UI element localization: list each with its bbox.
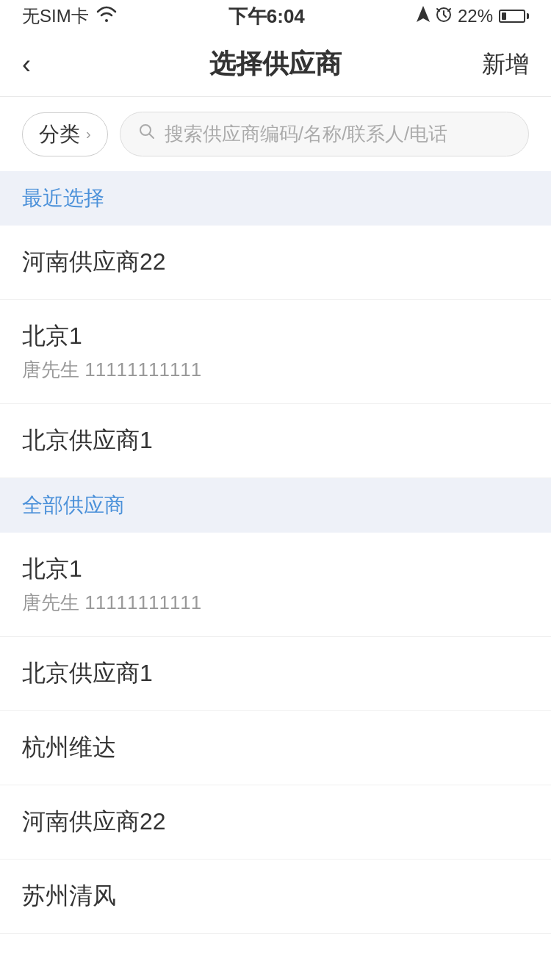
item-name: 河南供应商22 — [22, 806, 529, 838]
item-name: 北京供应商1 — [22, 425, 529, 457]
search-input-box[interactable]: 搜索供应商编码/名称/联系人/电话 — [120, 112, 529, 156]
all-section-header: 全部供应商 — [0, 478, 551, 533]
recent-section-header: 最近选择 — [0, 171, 551, 226]
item-contact: 唐先生 11111111111 — [22, 590, 529, 616]
item-contact: 唐先生 11111111111 — [22, 357, 529, 383]
list-item[interactable]: 北京供应商1 — [0, 637, 551, 711]
category-label: 分类 — [39, 120, 80, 148]
location-icon — [417, 6, 430, 26]
wifi-icon — [96, 6, 117, 26]
list-item[interactable]: 苏州清风 — [0, 860, 551, 934]
recent-list: 河南供应商22 北京1 唐先生 11111111111 北京供应商1 — [0, 226, 551, 478]
item-name: 苏州清风 — [22, 880, 529, 912]
item-name: 北京1 — [22, 553, 529, 586]
status-left: 无SIM卡 — [22, 4, 117, 28]
status-bar: 无SIM卡 下午6:04 22% — [0, 0, 551, 32]
item-name: 北京供应商1 — [22, 657, 529, 690]
category-filter-button[interactable]: 分类 › — [22, 112, 108, 156]
list-item[interactable]: 河南供应商22 — [0, 785, 551, 860]
list-item[interactable]: 北京供应商1 — [0, 404, 551, 478]
back-button[interactable]: ‹ — [22, 49, 81, 80]
all-section-label: 全部供应商 — [22, 494, 125, 516]
item-name: 河南供应商22 — [22, 246, 529, 278]
no-sim-label: 无SIM卡 — [22, 4, 89, 28]
battery-icon — [499, 10, 529, 23]
status-time: 下午6:04 — [228, 4, 305, 29]
search-placeholder-text: 搜索供应商编码/名称/联系人/电话 — [165, 121, 448, 147]
nav-bar: ‹ 选择供应商 新增 — [0, 32, 551, 97]
add-new-button[interactable]: 新增 — [470, 48, 529, 81]
page-title: 选择供应商 — [209, 46, 342, 82]
search-icon — [138, 123, 156, 145]
battery-percent: 22% — [458, 6, 493, 26]
recent-section-label: 最近选择 — [22, 187, 104, 209]
item-name: 北京1 — [22, 320, 529, 353]
list-item[interactable]: 杭州维达 — [0, 711, 551, 785]
item-name: 杭州维达 — [22, 732, 529, 764]
chevron-right-icon: › — [86, 126, 91, 143]
filter-bar: 分类 › 搜索供应商编码/名称/联系人/电话 — [0, 97, 551, 171]
list-item[interactable]: 北京1 唐先生 11111111111 — [0, 533, 551, 637]
status-right: 22% — [417, 6, 529, 26]
list-item[interactable]: 河南供应商22 — [0, 226, 551, 300]
list-item[interactable]: 北京1 唐先生 11111111111 — [0, 300, 551, 404]
alarm-icon — [436, 6, 452, 26]
all-list: 北京1 唐先生 11111111111 北京供应商1 杭州维达 河南供应商22 … — [0, 533, 551, 934]
